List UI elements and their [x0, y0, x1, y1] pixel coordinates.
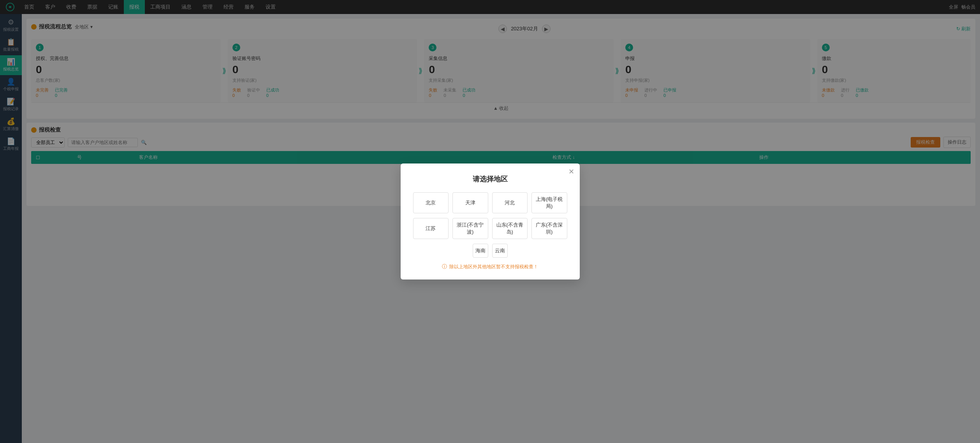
modal-regions-row1: 北京 天津 河北 上海(电子税局) — [413, 192, 567, 213]
region-btn-guangdong[interactable]: 广东(不含深圳) — [531, 218, 567, 239]
region-btn-zhejiang[interactable]: 浙江(不含宁波) — [452, 218, 488, 239]
modal-overlay[interactable]: ✕ 请选择地区 北京 天津 河北 上海(电子税局) 江苏 浙江(不含宁波) 山东… — [0, 0, 980, 443]
region-btn-yunnan[interactable]: 云南 — [492, 244, 508, 258]
region-select-modal: ✕ 请选择地区 北京 天津 河北 上海(电子税局) 江苏 浙江(不含宁波) 山东… — [401, 163, 580, 280]
modal-title: 请选择地区 — [413, 174, 567, 184]
modal-warning: ⓘ 除以上地区外其他地区暂不支持报税检查！ — [413, 263, 567, 270]
modal-regions-row3: 海南 云南 — [413, 244, 567, 258]
warning-text: 除以上地区外其他地区暂不支持报税检查！ — [449, 264, 538, 270]
modal-regions-row2: 江苏 浙江(不含宁波) 山东(不含青岛) 广东(不含深圳) — [413, 218, 567, 239]
region-btn-shanghai[interactable]: 上海(电子税局) — [531, 192, 567, 213]
region-btn-shandong[interactable]: 山东(不含青岛) — [492, 218, 528, 239]
region-btn-tianjin[interactable]: 天津 — [452, 192, 488, 213]
region-btn-beijing[interactable]: 北京 — [413, 192, 449, 213]
region-btn-jiangsu[interactable]: 江苏 — [413, 218, 449, 239]
modal-close-btn[interactable]: ✕ — [568, 168, 574, 175]
region-btn-hebei[interactable]: 河北 — [492, 192, 528, 213]
warning-icon: ⓘ — [442, 263, 447, 270]
region-btn-hainan[interactable]: 海南 — [473, 244, 488, 258]
